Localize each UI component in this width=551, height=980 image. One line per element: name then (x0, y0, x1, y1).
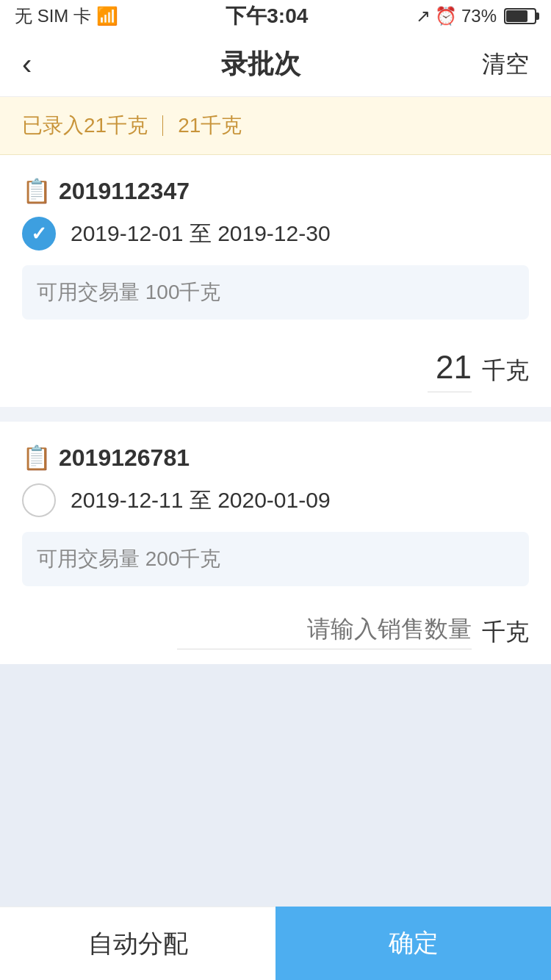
batch2-radio[interactable] (22, 483, 56, 517)
batch2-header: 📋 2019126781 (22, 444, 529, 472)
nav-bar: ‹ 录批次 清空 (0, 32, 551, 97)
info-banner: 已录入21千克 21千克 (0, 97, 551, 155)
batch-card-1: 📋 2019112347 2019-12-01 至 2019-12-30 可用交… (0, 155, 551, 407)
batch2-date: 2019-12-11 至 2020-01-09 (71, 486, 331, 516)
status-bar: 无 SIM 卡 📶 下午3:04 ↗ ⏰ 73% (0, 0, 551, 32)
batch2-available: 可用交易量 200千克 (22, 532, 529, 586)
info-divider (162, 115, 163, 136)
batch1-available: 可用交易量 100千克 (22, 265, 529, 320)
batch1-quantity-value: 21 (428, 349, 472, 386)
batch2-quantity-unit: 千克 (482, 616, 529, 649)
page-title: 录批次 (221, 46, 300, 82)
clear-button[interactable]: 清空 (482, 48, 529, 81)
batch1-id: 2019112347 (59, 178, 190, 205)
recorded-label: 已录入21千克 (22, 112, 148, 140)
battery-icon (504, 8, 536, 24)
back-button[interactable]: ‹ (15, 40, 39, 88)
status-left: 无 SIM 卡 📶 (15, 4, 118, 28)
batch2-icon: 📋 (22, 444, 51, 472)
batch2-row: 2019-12-11 至 2020-01-09 (22, 483, 529, 517)
empty-area (0, 664, 551, 943)
batch1-icon: 📋 (22, 177, 51, 205)
status-time: 下午3:04 (226, 2, 308, 30)
batch2-quantity-input[interactable] (177, 616, 472, 643)
batch1-quantity-unit: 千克 (482, 355, 529, 387)
sim-label: 无 SIM 卡 📶 (15, 4, 118, 28)
section-divider (0, 407, 551, 422)
auto-distribute-button[interactable]: 自动分配 (0, 907, 276, 980)
confirm-button[interactable]: 确定 (276, 907, 551, 980)
alarm-icon: ⏰ (435, 6, 457, 26)
batch1-row: 2019-12-01 至 2019-12-30 (22, 217, 529, 251)
main-content: 📋 2019112347 2019-12-01 至 2019-12-30 可用交… (0, 155, 551, 980)
location-icon: ↗ (416, 6, 431, 26)
battery-percent: 73% (461, 6, 497, 26)
batch2-id: 2019126781 (59, 444, 190, 472)
info-total: 21千克 (178, 112, 242, 140)
batch1-date: 2019-12-01 至 2019-12-30 (71, 219, 331, 249)
bottom-bar: 自动分配 确定 (0, 907, 551, 980)
batch-card-2: 📋 2019126781 2019-12-11 至 2020-01-09 可用交… (0, 422, 551, 664)
status-right: ↗ ⏰ 73% (416, 6, 536, 26)
batch1-header: 📋 2019112347 (22, 177, 529, 205)
batch1-radio[interactable] (22, 217, 56, 251)
